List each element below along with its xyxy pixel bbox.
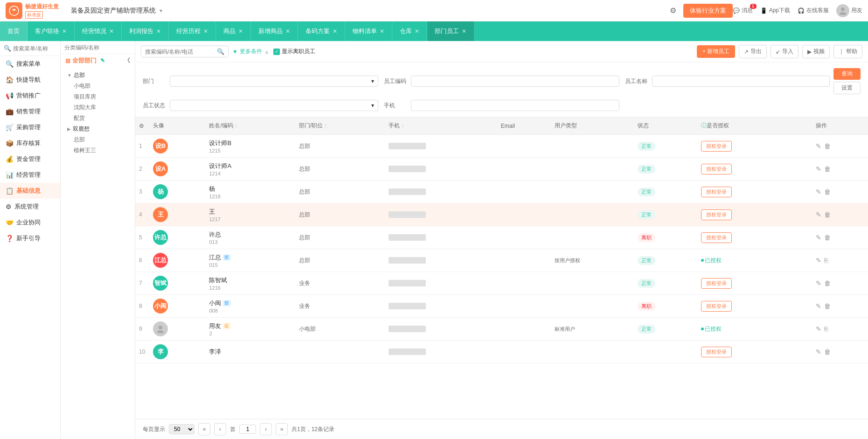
col-name-code[interactable]: 姓名/编码 ↕ — [205, 117, 295, 135]
sidebar-search-input[interactable] — [13, 45, 61, 52]
auth-button[interactable]: 授权登录 — [701, 209, 732, 220]
auth-button[interactable]: 授权登录 — [701, 347, 732, 357]
video-button[interactable]: ▶ 视频 — [802, 45, 830, 58]
dept-node-peihuo[interactable]: 配货 — [61, 113, 135, 124]
auth-button[interactable]: 授权登录 — [701, 232, 732, 243]
show-resign-checkbox[interactable]: ✓ 显示离职员工 — [273, 48, 315, 56]
prev-page-button[interactable]: ‹ — [214, 423, 226, 435]
delete-icon[interactable]: 🗑 — [824, 279, 831, 287]
search-button[interactable]: 查询 — [833, 68, 861, 80]
settings-icon[interactable]: ⚙ — [667, 4, 680, 17]
online-service-button[interactable]: 🎧 在线客服 — [798, 7, 829, 14]
dept-node-xiaodianbу[interactable]: 小电部 — [61, 81, 135, 91]
sidebar-item-search[interactable]: 🔍 搜索菜单 — [0, 56, 60, 72]
close-icon[interactable]: ✕ — [238, 28, 243, 35]
tab-barcode[interactable]: 条码方案✕ — [298, 21, 345, 41]
auth-button[interactable]: 授权登录 — [701, 301, 732, 312]
sidebar-item-marketing[interactable]: 📢 营销推广 — [0, 88, 60, 104]
tab-home[interactable]: 首页 — [0, 21, 28, 41]
tab-dept-staff[interactable]: 部门员工✕ — [427, 21, 474, 41]
sidebar-item-finance[interactable]: 💰 资金管理 — [0, 151, 60, 167]
tab-warehouse[interactable]: 仓库✕ — [392, 21, 427, 41]
close-icon[interactable]: ✕ — [462, 28, 466, 35]
dept-node-project[interactable]: 项目库房 — [61, 91, 135, 102]
dept-search-box[interactable]: 🔍 — [61, 41, 135, 54]
employee-search-box[interactable]: 🔍 — [141, 46, 229, 57]
tab-add-goods[interactable]: 新增商品✕ — [251, 21, 298, 41]
sidebar-item-sales[interactable]: 💼 销售管理 — [0, 104, 60, 119]
dept-all-header[interactable]: ⊞ 全部部门 ✎ 《 — [61, 54, 135, 67]
close-icon[interactable]: ✕ — [333, 28, 337, 35]
dept-search-input[interactable] — [64, 44, 134, 51]
page-number-input[interactable] — [239, 425, 256, 434]
status-select[interactable]: ▾ — [170, 100, 378, 111]
auth-button[interactable]: 授权登录 — [701, 187, 732, 197]
settings-col-icon[interactable]: ⚙ — [139, 123, 144, 129]
delete-icon[interactable]: 🗑 — [824, 142, 831, 150]
app-download-button[interactable]: 📱 App下载 — [760, 7, 790, 14]
phone-input[interactable] — [411, 100, 619, 111]
export-button[interactable]: ↗ 导出 — [739, 45, 767, 58]
dept-node-zongbu2[interactable]: 总部 — [61, 134, 135, 145]
auth-button[interactable]: 授权登录 — [701, 141, 732, 152]
close-icon[interactable]: ✕ — [156, 28, 161, 35]
edit-icon[interactable]: ✎ — [816, 257, 821, 264]
close-icon[interactable]: ✕ — [380, 28, 384, 35]
sidebar-item-collab[interactable]: 🤝 企业协同 — [0, 215, 60, 230]
close-icon[interactable]: ✕ — [62, 28, 67, 35]
last-page-button[interactable]: » — [276, 423, 288, 435]
delete-icon[interactable]: 🗑 — [824, 234, 831, 241]
delete-icon[interactable]: 🗑 — [824, 165, 831, 173]
sidebar-search-box[interactable]: 🔍 — [0, 41, 60, 56]
close-icon[interactable]: ✕ — [285, 28, 290, 35]
dept-select[interactable]: ▾ — [170, 76, 378, 87]
more-filter-button[interactable]: ▼ 更多条件 ▲ — [232, 48, 270, 56]
delete-icon[interactable]: 🗑 — [824, 302, 831, 310]
col-phone[interactable]: 手机 ↕ — [385, 117, 497, 135]
emp-name-input[interactable] — [652, 76, 830, 87]
trial-button[interactable]: 体验行业方案 — [683, 4, 733, 18]
first-page-button[interactable]: « — [198, 423, 210, 435]
emp-code-input[interactable] — [411, 76, 619, 87]
copy-icon[interactable]: ⎘ — [824, 325, 828, 333]
delete-icon[interactable]: 🗑 — [824, 348, 831, 355]
sidebar-item-shortcut[interactable]: 🏠 快捷导航 — [0, 72, 60, 88]
tab-customer[interactable]: 客户联络✕ — [28, 21, 75, 41]
sidebar-item-basic[interactable]: 📋 基础信息 — [0, 183, 60, 199]
dept-node-shuanglu[interactable]: ▶ 双鹿想 — [61, 124, 135, 134]
close-icon[interactable]: ✕ — [415, 28, 419, 35]
sidebar-item-guide[interactable]: ❓ 新手引导 — [0, 230, 60, 246]
close-icon[interactable]: ✕ — [109, 28, 114, 35]
add-employee-button[interactable]: + 新增员工 — [697, 45, 735, 58]
delete-icon[interactable]: 🗑 — [824, 211, 831, 218]
help-button[interactable]: ｜ 帮助 — [833, 45, 862, 58]
tab-operation[interactable]: 经营情况✕ — [75, 21, 122, 41]
dept-collapse-icon[interactable]: 《 — [124, 56, 130, 65]
edit-icon[interactable]: ✎ — [816, 165, 821, 173]
edit-icon[interactable]: ✎ — [816, 211, 821, 218]
edit-icon[interactable]: ✎ — [816, 142, 821, 150]
set-button[interactable]: 设置 — [833, 82, 861, 94]
tab-bom[interactable]: 物料清单✕ — [345, 21, 392, 41]
import-button[interactable]: ↙ 导入 — [771, 45, 799, 58]
auth-button[interactable]: 授权登录 — [701, 164, 732, 174]
sidebar-item-system[interactable]: ⚙ 系统管理 — [0, 199, 60, 215]
sidebar-item-inventory[interactable]: 📦 库存核算 — [0, 135, 60, 151]
edit-icon[interactable]: ✎ — [816, 325, 821, 333]
tab-goods[interactable]: 商品✕ — [216, 21, 251, 41]
tab-profit[interactable]: 利润报告✕ — [122, 21, 169, 41]
delete-icon[interactable]: 🗑 — [824, 188, 831, 195]
dropdown-arrow-icon[interactable]: ▾ — [160, 7, 162, 14]
edit-icon[interactable]: ✎ — [816, 234, 821, 241]
close-icon[interactable]: ✕ — [203, 28, 208, 35]
col-dept-pos[interactable]: 部门/职位 ↕ — [295, 117, 385, 135]
sidebar-item-management[interactable]: 📊 经营管理 — [0, 167, 60, 183]
edit-icon[interactable]: ✎ — [816, 348, 821, 355]
per-page-select[interactable]: 50 100 200 — [169, 424, 194, 434]
edit-icon[interactable]: ✎ — [816, 302, 821, 310]
dept-node-shenyang[interactable]: 沈阳大库 — [61, 102, 135, 113]
employee-search-input[interactable] — [145, 49, 215, 55]
dept-edit-icon[interactable]: ✎ — [100, 57, 105, 64]
copy-icon[interactable]: ⎘ — [824, 257, 828, 264]
message-button[interactable]: 💬 消息 6 — [733, 7, 753, 14]
